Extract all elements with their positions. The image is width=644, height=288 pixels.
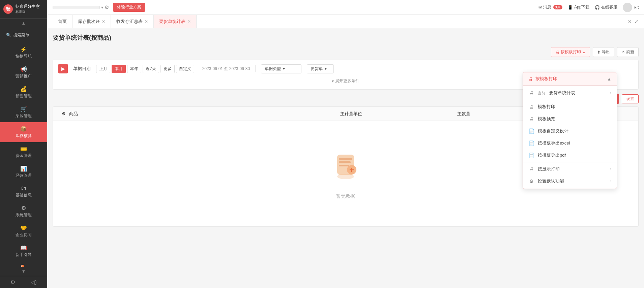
tab-receipt-summary[interactable]: 收发存汇总表 ✕ (111, 15, 154, 28)
sidebar-item-appstore[interactable]: 🏪 应用中心 (0, 261, 47, 267)
last-7days-btn[interactable]: 近7天 (143, 65, 159, 73)
online-service-label: 在线客服 (601, 4, 617, 10)
logo-sub: 标准版 (16, 9, 40, 14)
dropdown-item-export-excel[interactable]: 📄 按模板导出excel (523, 137, 617, 149)
tab-receipt-summary-label: 收发存汇总表 (116, 19, 143, 25)
default-setting-arrow: › (610, 179, 611, 184)
purchase-nav-label: 采购管理 (16, 113, 32, 119)
avatar-btn[interactable]: Rit (623, 3, 639, 12)
tab-home-label: 首页 (58, 19, 67, 25)
volume-icon[interactable]: ◁) (31, 279, 36, 285)
tab-home[interactable]: 首页 (53, 15, 72, 28)
sidebar-item-purchase[interactable]: 🛒 采购管理 (0, 102, 47, 122)
order-status-label: 要货单 (311, 66, 323, 72)
guide-nav-icon: 📖 (20, 245, 27, 251)
expand-conditions-btn[interactable]: ▾ 展开更多条件 (329, 77, 362, 85)
dropdown-item-default-setting[interactable]: ⚙ 设置默认功能 › (523, 175, 617, 187)
sidebar-item-system[interactable]: ⚙ 系统管理 (0, 201, 47, 221)
empty-text: 暂无数据 (336, 193, 355, 199)
export-btn-label: 导出 (602, 49, 610, 55)
topbar-dropdown-arrow[interactable]: ▾ (101, 5, 103, 10)
dropdown-item-export-pdf[interactable]: 📄 按模板导出pdf (523, 149, 617, 161)
message-icon: ✉ (538, 5, 542, 10)
toolbar-row: 🖨 按模板打印 ▲ ⬆ 导出 ↺ 刷新 (53, 47, 639, 57)
dropdown-collapse-icon[interactable]: ▲ (607, 76, 611, 82)
order-status-select[interactable]: 要货单 ▾ (307, 64, 334, 73)
divider-2 (523, 162, 617, 162)
app-download-btn[interactable]: 📱 App下载 (568, 4, 589, 10)
display-print-icon: 🖨 (528, 166, 534, 172)
tab-order-stats[interactable]: 要货单统计表 ✕ (154, 15, 197, 28)
tab-close-all-icon[interactable]: ✕ (628, 19, 632, 24)
filter-expand-btn[interactable]: ▶ (58, 64, 68, 73)
svg-rect-2 (339, 158, 352, 160)
more-dates-btn[interactable]: 更多 (160, 65, 175, 73)
default-setting-icon: ⚙ (528, 179, 534, 184)
dropdown-item-template-design[interactable]: 📄 模板自定义设计 (523, 125, 617, 137)
export-btn[interactable]: ⬆ 导出 (593, 47, 614, 57)
col-gear[interactable]: ⚙ (58, 111, 69, 116)
refresh-btn[interactable]: ↺ 刷新 (617, 47, 639, 57)
dropdown-section: 🖨 当前：要货单统计表 › 🖨 模板打印 🖨 模板预览 📄 (523, 86, 617, 189)
dropdown-item-template-print[interactable]: 🖨 模板打印 (523, 101, 617, 113)
dropdown-item-current[interactable]: 🖨 当前：要货单统计表 › (523, 87, 617, 99)
sidebar-item-inventory[interactable]: 📦 库存核算 (0, 122, 47, 142)
finance-nav-icon: 💳 (20, 146, 27, 152)
topbar-search-box[interactable] (53, 6, 100, 9)
marketing-nav-label: 营销推广 (16, 73, 32, 79)
online-service-btn[interactable]: 🎧 在线客服 (595, 4, 617, 10)
dropdown-header-right: ▲ (607, 76, 611, 82)
tab-receipt-summary-close[interactable]: ✕ (145, 19, 148, 24)
settings-footer-icon[interactable]: ⚙ (10, 279, 15, 285)
search-menu-btn[interactable]: 🔍 搜索菜单 (3, 30, 44, 40)
trial-btn[interactable]: 体验行业方案 (113, 3, 145, 12)
quick-nav-nav-icon: ⚡ (20, 46, 27, 53)
content: 要货单统计表(按商品) 🖨 按模板打印 ▲ ⬆ 导出 ↺ 刷新 ▶ (47, 28, 644, 288)
sidebar-item-basic[interactable]: 🗂 基础信息 (0, 182, 47, 201)
operations-nav-icon: 📊 (20, 165, 27, 172)
dropdown-item-template-preview[interactable]: 🖨 模板预览 (523, 113, 617, 125)
topbar-right: ✉ 消息 99+ 📱 App下载 🎧 在线客服 Rit (538, 3, 639, 12)
current-year-btn[interactable]: 本年 (127, 65, 141, 73)
sidebar-item-guide[interactable]: 📖 新手引导 (0, 241, 47, 261)
headset-icon: 🎧 (595, 5, 600, 10)
current-month-btn[interactable]: 本月 (112, 65, 126, 73)
order-type-select[interactable]: 单据类型 ▾ (261, 64, 301, 73)
message-btn[interactable]: ✉ 消息 99+ (538, 4, 562, 10)
tab-batch-account-label: 库存批次账 (78, 19, 100, 25)
sidebar-scroll-up[interactable]: ▲ (0, 19, 47, 28)
custom-date-btn[interactable]: 自定义 (176, 65, 194, 73)
tab-expand-icon[interactable]: ⤢ (635, 19, 639, 24)
sidebar-item-sales[interactable]: 💰 销售管理 (0, 83, 47, 102)
sidebar-item-finance[interactable]: 💳 资金管理 (0, 142, 47, 162)
print-btn[interactable]: 🖨 按模板打印 ▲ (551, 47, 590, 57)
app-icon: 📱 (568, 5, 573, 10)
message-label: 消息 (543, 4, 551, 10)
template-design-label: 模板自定义设计 (538, 128, 611, 134)
order-status-select-icon: ▾ (325, 66, 327, 71)
quick-nav-nav-label: 快捷导航 (16, 54, 32, 59)
dropdown-item-display-print[interactable]: 🖨 按显示打印 › (523, 163, 617, 175)
operations-nav-label: 经营管理 (16, 173, 32, 179)
topbar-gear-icon[interactable]: ⚙ (105, 4, 109, 10)
expand-down-icon: ▾ (332, 79, 334, 84)
current-tag: 当前： (538, 91, 549, 95)
export-icon: ⬆ (597, 50, 601, 55)
prev-month-btn[interactable]: 上月 (96, 65, 110, 73)
sidebar-item-enterprise[interactable]: 🤝 企业协同 (0, 221, 47, 241)
tabs-right: ✕ ⤢ (628, 19, 639, 24)
sidebar-item-marketing[interactable]: 📢 营销推广 (0, 63, 47, 83)
print-arrow-icon: ▲ (582, 50, 586, 54)
purchase-nav-icon: 🛒 (20, 106, 27, 112)
tab-batch-account-close[interactable]: ✕ (102, 19, 105, 24)
marketing-nav-icon: 📢 (20, 66, 27, 72)
tab-batch-account[interactable]: 库存批次账 ✕ (72, 15, 111, 28)
svg-rect-4 (339, 165, 349, 166)
export-pdf-icon: 📄 (528, 153, 534, 158)
settings-btn[interactable]: 设置 (622, 94, 639, 103)
tab-order-stats-close[interactable]: ✕ (187, 19, 191, 24)
sidebar-item-operations[interactable]: 📊 经营管理 (0, 162, 47, 182)
sidebar-item-quick-nav[interactable]: ⚡ 快捷导航 (0, 43, 47, 63)
search-icon: 🔍 (6, 33, 11, 37)
sidebar-scroll-down[interactable]: ▼ (0, 267, 47, 276)
